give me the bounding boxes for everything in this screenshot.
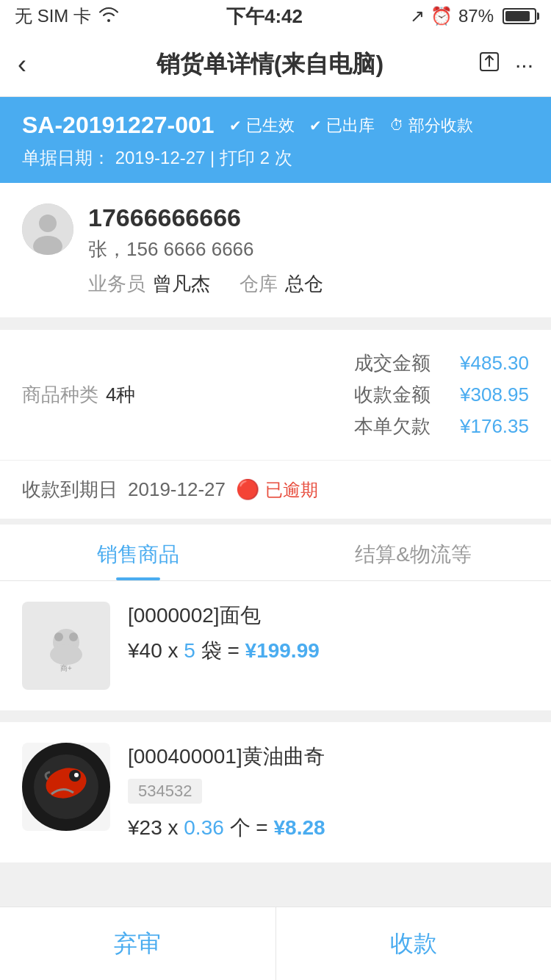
list-item: [000400001]黄油曲奇 534532 ¥23 x 0.36 个 = ¥8… [0,722,551,862]
share-button[interactable] [478,51,500,78]
page-title: 销货单详情(来自电脑) [62,48,478,81]
product-name-1: [0000002]面包 [128,602,529,630]
unit-2: 个 [230,816,251,839]
sales-label: 业务员 [88,271,145,297]
qty-2: 0.36 [184,816,224,839]
product-price-2: ¥23 x 0.36 个 = ¥8.28 [128,814,529,842]
carrier-text: 无 SIM 卡 [15,4,91,28]
back-button[interactable]: ‹ [18,49,62,80]
price-unit-1: ¥40 [128,639,162,662]
product-details-2: [000400001]黄油曲奇 534532 ¥23 x 0.36 个 = ¥8… [128,743,529,842]
wifi-icon [98,6,119,26]
stats-left: 商品种类 4种 [22,350,354,439]
location-icon: ↗ [410,6,425,26]
sales-item: 业务员 曾凡杰 [88,271,210,297]
qty-1: 5 [184,639,195,662]
battery-icon [503,8,536,24]
cancel-label: 弃审 [114,928,161,960]
svg-point-13 [74,773,79,777]
amount-row: 成交金额 ¥485.30 [354,350,529,376]
confirm-button[interactable]: 收款 [276,907,552,980]
doc-id: SA-20191227-001 [22,112,215,139]
badge-shipped: ✔ 已出库 [309,115,375,137]
bottom-bar: 弃审 收款 [0,907,551,980]
stats-right: 成交金额 ¥485.30 收款金额 ¥308.95 本单欠款 ¥176.35 [354,350,529,439]
status-bar-left: 无 SIM 卡 [15,4,119,28]
product-thumb-1: 商+ [22,602,110,690]
check-icon-1: ✔ [229,117,242,134]
sales-name: 曾凡杰 [153,271,210,297]
customer-avatar [22,203,73,255]
due-label: 收款到期日 [22,477,118,502]
owed-label: 本单欠款 [354,414,431,439]
date-label: 单据日期： [22,148,110,167]
owed-value: ¥176.35 [441,415,529,438]
svg-point-6 [69,633,78,641]
customer-section: 17666666666 张，156 6666 6666 业务员 曾凡杰 仓库 总… [0,183,551,318]
warehouse-item: 仓库 总仓 [240,271,323,297]
tab-active-indicator [116,577,160,580]
product-thumb-2 [22,743,110,831]
tab-sales-label: 销售商品 [97,541,179,569]
alarm-icon: ⏰ [431,6,453,26]
customer-info: 17666666666 张，156 6666 6666 业务员 曾凡杰 仓库 总… [88,203,529,297]
svg-point-5 [54,633,63,641]
battery-text: 87% [458,6,494,26]
confirm-label: 收款 [390,928,437,960]
status-bar: 无 SIM 卡 下午4:42 ↗ ⏰ 87% [0,0,551,32]
warehouse-label: 仓库 [240,271,278,297]
amount-value: ¥485.30 [441,352,529,375]
due-date: 2019-12-27 [128,478,226,501]
nav-actions: ··· [478,51,533,78]
clock-icon: ⏱ [389,117,404,134]
more-button[interactable]: ··· [515,52,533,77]
check-icon-2: ✔ [309,117,322,134]
product-price-1: ¥40 x 5 袋 = ¥199.99 [128,637,529,665]
customer-meta: 业务员 曾凡杰 仓库 总仓 [88,271,529,297]
doc-date: 2019-12-27 [115,148,206,167]
header-row2: 单据日期： 2019-12-27 | 打印 2 次 [22,146,529,170]
category-label: 商品种类 [22,382,98,408]
product-name-2: [000400001]黄油曲奇 [128,743,529,771]
overdue-icon: 🔴 [236,478,259,501]
overdue-badge: 🔴 已逾期 [236,478,318,502]
total-1: ¥199.99 [245,639,320,662]
customer-subname: 张，156 6666 6666 [88,237,529,262]
badge-effective: ✔ 已生效 [229,115,295,137]
svg-point-2 [39,215,57,232]
print-info: | 打印 2 次 [210,148,292,167]
product-sku-2: 534532 [128,779,202,804]
svg-text:商+: 商+ [60,664,72,672]
product-list: 商+ [0000002]面包 ¥40 x 5 袋 = ¥199.99 [0,581,551,862]
amount-label: 成交金额 [354,350,431,376]
status-time: 下午4:42 [226,4,303,29]
nav-bar: ‹ 销货单详情(来自电脑) ··· [0,32,551,97]
header-row1: SA-20191227-001 ✔ 已生效 ✔ 已出库 ⏱ 部分收款 [22,112,529,139]
owed-row: 本单欠款 ¥176.35 [354,414,529,439]
list-item: 商+ [0000002]面包 ¥40 x 5 袋 = ¥199.99 [0,581,551,710]
warehouse-name: 总仓 [285,271,323,297]
status-bar-right: ↗ ⏰ 87% [410,6,536,26]
badge-partial: ⏱ 部分收款 [389,115,473,137]
received-row: 收款金额 ¥308.95 [354,382,529,408]
overdue-text: 已逾期 [265,478,318,502]
tab-sales-products[interactable]: 销售商品 [0,525,276,580]
received-label: 收款金额 [354,382,431,408]
cancel-button[interactable]: 弃审 [0,907,276,980]
stats-section: 商品种类 4种 成交金额 ¥485.30 收款金额 ¥308.95 本单欠款 ¥… [0,330,551,461]
customer-phone: 17666666666 [88,203,529,232]
tab-settlement[interactable]: 结算&物流等 [276,525,551,580]
due-section: 收款到期日 2019-12-27 🔴 已逾期 [0,461,551,525]
category-value: 4种 [106,382,135,408]
svg-point-7 [50,644,82,665]
tab-bar: 销售商品 结算&物流等 [0,525,551,581]
tab-settlement-label: 结算&物流等 [355,541,472,569]
product-details-1: [0000002]面包 ¥40 x 5 袋 = ¥199.99 [128,602,529,665]
header-band: SA-20191227-001 ✔ 已生效 ✔ 已出库 ⏱ 部分收款 单据日期：… [0,97,551,183]
total-2: ¥8.28 [273,816,325,839]
received-value: ¥308.95 [441,383,529,406]
price-unit-2: ¥23 [128,816,162,839]
unit-1: 袋 [201,639,222,662]
